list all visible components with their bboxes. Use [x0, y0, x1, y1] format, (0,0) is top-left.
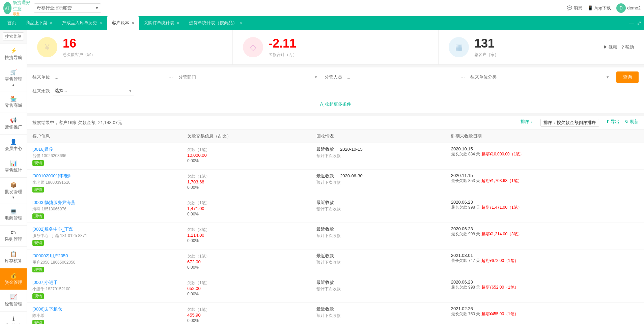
- overdue-amount-0[interactable]: 超期¥10,000.00（1笔）: [481, 152, 524, 156]
- app-download-btn[interactable]: 📱 App下载: [588, 5, 611, 11]
- tab-customer-account[interactable]: 客户账本 ✕: [107, 16, 139, 30]
- due-date-1: 2020.11.15: [451, 173, 639, 178]
- table-header: 客户信息 欠款交易信息（占比） 回收情况 到期未收款日期: [27, 130, 644, 143]
- close-icon[interactable]: ✕: [176, 21, 179, 25]
- filter-category-select[interactable]: ▾: [499, 73, 611, 81]
- recent-collect-label-5: 最近收款: [316, 279, 440, 286]
- help-btn[interactable]: ? 帮助: [621, 44, 634, 50]
- customer-name-5[interactable]: [0007]小进千: [32, 280, 58, 285]
- debt-amount-5[interactable]: 652.00: [187, 286, 306, 291]
- debt-amount-6[interactable]: 455.90: [187, 313, 306, 318]
- collapse-filters-btn[interactable]: ⋀ 收起更多条件: [32, 99, 639, 109]
- stat-debt-customers-label: 总欠款客户（家）: [63, 52, 95, 58]
- stat-debt-customers-value: 16: [63, 36, 95, 51]
- customer-tag-3: 现销: [32, 240, 44, 246]
- customer-phone-4: 用户2050 18665062050: [32, 260, 176, 265]
- sidebar-item-marketing[interactable]: 📢 营销推广: [0, 113, 27, 135]
- overdue-amount-5[interactable]: 超期¥652.00（1笔）: [481, 285, 519, 290]
- sidebar-item-wholesale[interactable]: 📦 批发管理 ▼: [0, 178, 27, 204]
- overdue-amount-4[interactable]: 超期¥672.00（1笔）: [481, 258, 519, 263]
- user-menu[interactable]: D demo2: [616, 3, 641, 13]
- nav-right: — ⤢: [629, 20, 641, 26]
- sidebar: ⚡ 快捷导航 🛒 零售管理 ▲ 🏪 零售商城 📢 营销推广 👤 会员中心 📊 零…: [0, 30, 27, 324]
- tab-purchase-stats[interactable]: 采购订单统计表 ✕: [139, 16, 184, 30]
- maximize-icon[interactable]: ⤢: [637, 20, 641, 26]
- inventory-icon: 📋: [1, 251, 25, 257]
- customer-name-1[interactable]: [0001020001]李老师: [32, 173, 73, 178]
- sidebar-item-retail-mgmt[interactable]: 🛒 零售管理 ▲: [0, 65, 27, 91]
- sidebar-item-purchase[interactable]: 🛍 采购管理: [0, 226, 27, 247]
- minimize-icon[interactable]: —: [629, 20, 634, 26]
- debt-amount-4[interactable]: 672.00: [187, 259, 306, 264]
- close-icon[interactable]: ✕: [131, 21, 134, 25]
- filter-balance-select[interactable]: 选择... ▾: [53, 86, 134, 95]
- debt-amount-2[interactable]: 1,471.00: [187, 206, 306, 211]
- sidebar-item-ecommerce[interactable]: 💻 电商管理: [0, 204, 27, 226]
- overdue-amount-6[interactable]: 超期¥455.90（1笔）: [481, 312, 519, 316]
- sidebar-item-operations[interactable]: 📈 经营管理: [0, 290, 27, 312]
- due-date-0: 2020.10.15: [451, 146, 639, 151]
- tab-production-history[interactable]: 产成品入库单历史 ✕: [57, 16, 107, 30]
- sort-selector[interactable]: 排序：按欠款金额倒序排序: [540, 119, 599, 127]
- close-icon[interactable]: ✕: [239, 21, 242, 25]
- filter-category-field: 往来单位分类 ▾: [470, 73, 611, 81]
- debt-pct-2: 0.00%: [187, 212, 306, 216]
- table-row: [0006]去下粮仓 陈小希 现销 欠款（1笔） 455.90 0.00% 最近…: [27, 303, 644, 324]
- sidebar-item-retail-stats[interactable]: 📊 零售统计: [0, 156, 27, 178]
- stat-total-customers-label: 总客户（家）: [474, 52, 499, 58]
- tab-purchase-product-stats[interactable]: 进货单统计表（按商品） ✕: [184, 16, 247, 30]
- cell-customer-info-6: [0006]去下粮仓 陈小希 现销: [27, 303, 182, 324]
- search-input[interactable]: [3, 32, 24, 40]
- filter-person-input[interactable]: [345, 73, 458, 81]
- sidebar-item-basic-info[interactable]: ℹ 基础信息: [0, 312, 27, 324]
- table-wrapper: 客户信息 欠款交易信息（占比） 回收情况 到期未收款日期 [0016]吕俊 吕俊…: [27, 130, 644, 324]
- cell-customer-info-2: [0003]畅捷服务尹海燕 海燕 18513066976 现销: [27, 196, 182, 223]
- chevron-down-icon: ▾: [96, 5, 98, 10]
- sidebar-item-retail-mall[interactable]: 🏪 零售商城: [0, 91, 27, 113]
- export-btn[interactable]: ⬆ 导出: [606, 119, 620, 127]
- sidebar-item-inventory[interactable]: 📋 库存核算: [0, 247, 27, 268]
- cell-customer-info-5: [0007]小进千 小进千 18279152100 现销: [27, 276, 182, 303]
- debt-pct-3: 0.00%: [187, 238, 306, 243]
- overdue-amount-3[interactable]: 超期¥1,214.00（3笔）: [481, 232, 522, 236]
- filter-person-dots[interactable]: ···: [460, 74, 465, 80]
- message-btn[interactable]: 💬 消息: [567, 5, 582, 11]
- tab-home[interactable]: 首页: [3, 16, 21, 30]
- customer-name-2[interactable]: [0003]畅捷服务尹海燕: [32, 200, 75, 205]
- col-customer-info: 客户信息: [27, 130, 182, 143]
- debt-desc-3: 欠款（3笔）: [187, 227, 306, 233]
- recent-collect-label-6: 最近收款: [316, 306, 440, 312]
- sidebar-item-member[interactable]: 👤 会员中心: [0, 135, 27, 156]
- help-icon: ?: [621, 45, 624, 50]
- refresh-icon: ↻: [625, 119, 628, 124]
- debt-amount-1[interactable]: 1,703.68: [187, 179, 306, 184]
- video-btn[interactable]: ▶ 视频: [603, 44, 618, 50]
- customer-name-4[interactable]: [000002]用户2050: [32, 253, 68, 258]
- filter-customer-input[interactable]: [53, 73, 166, 81]
- customer-phone-3: 服务中心_丁磊 181 0125 8371: [32, 233, 176, 239]
- overdue-amount-1[interactable]: 超期¥1,703.68（1笔）: [481, 178, 522, 183]
- search-button[interactable]: 查询: [616, 71, 639, 83]
- tab-product-onoff[interactable]: 商品上下架 ✕: [21, 16, 57, 30]
- filter-dept-field: 分管部门 ▾: [178, 73, 319, 81]
- customer-name-0[interactable]: [0016]吕俊: [32, 147, 53, 152]
- close-icon[interactable]: ✕: [99, 21, 102, 25]
- filter-customer-dots[interactable]: ···: [168, 74, 173, 80]
- cell-collection-4: 最近收款 预计下次收款: [311, 249, 446, 276]
- debt-amount-0[interactable]: 10,000.00: [187, 153, 306, 158]
- close-icon[interactable]: ✕: [50, 21, 53, 25]
- filter-dept-select[interactable]: ▾: [199, 73, 319, 81]
- table-row: [000002]用户2050 用户2050 18665062050 现销 欠款（…: [27, 249, 644, 276]
- debt-desc-0: 欠款（1笔）: [187, 147, 306, 153]
- debt-amount-3[interactable]: 1,214.00: [187, 233, 306, 238]
- sidebar-item-finance[interactable]: 💰 资金管理: [0, 268, 27, 290]
- refresh-btn[interactable]: ↻ 刷新: [625, 119, 639, 127]
- top-right: 💬 消息 📱 App下载 D demo2: [567, 3, 641, 13]
- customer-name-6[interactable]: [0006]去下粮仓: [32, 306, 62, 312]
- table-row: [0002]服务中心_丁磊 服务中心_丁磊 181 0125 8371 现销 欠…: [27, 223, 644, 249]
- customer-name-3[interactable]: [0002]服务中心_丁磊: [32, 227, 73, 232]
- sidebar-link[interactable]: 示意: [13, 12, 30, 17]
- sidebar-item-quick-nav[interactable]: ⚡ 快捷导航: [0, 43, 27, 65]
- system-selector[interactable]: 母婴行业演示账套 ▾: [34, 3, 101, 13]
- overdue-amount-2[interactable]: 超期¥1,471.00（1笔）: [481, 205, 522, 210]
